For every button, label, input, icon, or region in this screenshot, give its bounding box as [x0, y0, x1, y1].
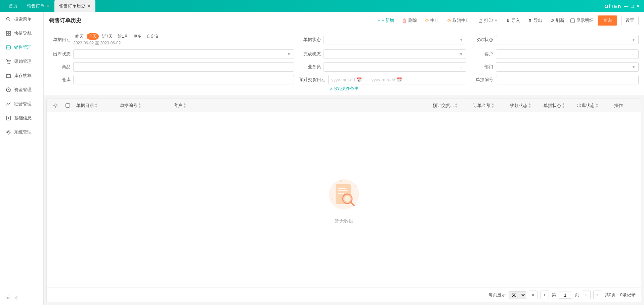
collapse-bar[interactable]: ∧ 收起更多条件: [49, 86, 639, 91]
empty-text: 暂无数据: [335, 218, 353, 224]
per-page-select[interactable]: 10 20 50 100: [509, 291, 526, 299]
info-icon: [5, 115, 11, 121]
date-1month[interactable]: 近1月: [116, 33, 130, 40]
tab-sales-order[interactable]: 销售订单 ✕: [22, 0, 54, 12]
sidebar-item-sales[interactable]: 销售管理: [0, 40, 43, 54]
show-detail-checkbox[interactable]: 显示明细: [570, 17, 594, 24]
svg-rect-5: [9, 34, 10, 35]
stop-button[interactable]: ⊘ 中止: [423, 16, 441, 25]
refresh-icon: ↺: [550, 18, 554, 23]
filter-payment: 收款状态 ▼: [472, 35, 639, 44]
th-outbound[interactable]: 出库状态 ▲▼: [574, 102, 611, 109]
sidebar-system-label: 系统管理: [14, 129, 32, 135]
sidebar-info-label: 基础信息: [14, 115, 32, 121]
complete-arrow: ▼: [459, 52, 463, 56]
cancel-stop-button[interactable]: ⊘ 取消中止: [445, 16, 472, 25]
payment-dropdown[interactable]: ▼: [496, 35, 639, 44]
export-button[interactable]: ⬆ 导出: [526, 16, 544, 25]
prev-page-icon: ‹: [544, 293, 545, 297]
th-status[interactable]: 单据状态 ▲▼: [541, 102, 574, 109]
filter-outbound: 出库状态 ▼: [49, 49, 294, 59]
th-payment[interactable]: 收款状态 ▲▼: [507, 102, 541, 109]
sidebar-finance-label: 资金管理: [14, 87, 32, 93]
th-delivery[interactable]: 预计交货... ▲▼: [430, 102, 470, 109]
customer-input[interactable]: ···: [496, 49, 639, 59]
tab-sales-history[interactable]: 销售订单历史 ✕: [54, 0, 95, 12]
sidebar-item-search[interactable]: 搜索菜单: [0, 12, 43, 26]
complete-label: 完成状态: [299, 51, 324, 57]
sidebar-operation-label: 经营管理: [14, 101, 32, 107]
brand-name: OfTEn: [604, 3, 621, 9]
th-date[interactable]: 单据日期 ▲▼: [74, 102, 117, 109]
last-page-button[interactable]: »: [593, 291, 602, 299]
date-custom[interactable]: 自定义: [145, 33, 161, 40]
tab-sales-history-close[interactable]: ✕: [87, 4, 91, 8]
refresh-label: 刷新: [556, 17, 564, 24]
print-button[interactable]: 🖨 打印 ▼: [476, 16, 500, 25]
gear-icon: [53, 103, 58, 108]
goods-input[interactable]: ···: [73, 62, 294, 72]
date-7days[interactable]: 近7天: [100, 33, 115, 40]
tab-home[interactable]: 首页: [4, 0, 22, 12]
select-all-checkbox[interactable]: [66, 103, 70, 108]
svg-rect-3: [9, 31, 10, 33]
sidebar-item-finance[interactable]: 资金管理: [0, 83, 43, 97]
table-body: 暂无数据: [47, 112, 641, 288]
import-button[interactable]: ⬇ 导入: [504, 16, 522, 25]
prev-page-button[interactable]: ‹: [540, 291, 549, 299]
top-bar-right: OfTEn — □ ✕: [604, 3, 640, 9]
date-more[interactable]: 更多: [131, 33, 143, 40]
salesman-input[interactable]: ···: [324, 62, 466, 72]
status-dropdown[interactable]: ▼: [324, 35, 466, 44]
sort-no-icon: ▲▼: [138, 102, 141, 109]
settings-bottom-icon[interactable]: [5, 295, 11, 301]
top-bar: 首页 销售订单 ✕ 销售订单历史 ✕ OfTEn — □ ✕: [0, 0, 644, 12]
th-no[interactable]: 单据编号 ▲▼: [117, 102, 171, 109]
system-icon: [5, 129, 11, 135]
sidebar-item-inventory[interactable]: 库存核算: [0, 69, 43, 83]
sidebar-item-purchase[interactable]: 采购管理: [0, 54, 43, 69]
svg-point-15: [8, 131, 9, 133]
complete-dropdown[interactable]: ▼: [324, 49, 466, 59]
filter-delivery: 预计交货日期 yyyy-mm-dd 📅 — yyyy-mm-dd 📅: [299, 75, 466, 84]
date-separator: —: [364, 77, 369, 82]
add-button[interactable]: + + 新增: [376, 16, 396, 25]
main-layout: 搜索菜单 快捷导航 销售管理 采购管理 库存核算: [0, 12, 644, 305]
page-number-input[interactable]: [559, 292, 572, 299]
maximize-btn[interactable]: □: [631, 4, 634, 9]
first-page-button[interactable]: «: [529, 291, 538, 299]
svg-point-27: [340, 180, 342, 182]
outbound-dropdown[interactable]: ▼: [73, 49, 294, 59]
date-today[interactable]: 今天: [87, 33, 99, 40]
refresh-button[interactable]: ↺ 刷新: [548, 16, 566, 25]
gear-col[interactable]: [49, 103, 61, 108]
empty-illustration: [326, 176, 362, 213]
sort-payment-icon: ▲▼: [528, 102, 531, 109]
warehouse-input[interactable]: ···: [73, 75, 294, 84]
sidebar-item-info[interactable]: 基础信息: [0, 111, 43, 125]
department-dropdown[interactable]: ▼: [496, 62, 639, 72]
docno-input[interactable]: [496, 75, 639, 84]
th-status-label: 单据状态: [544, 103, 561, 109]
show-detail-input[interactable]: [570, 18, 575, 23]
tab-sales-order-close[interactable]: ✕: [46, 4, 50, 8]
svg-rect-10: [6, 75, 10, 78]
sidebar-item-nav[interactable]: 快捷导航: [0, 26, 43, 40]
query-button[interactable]: 查询: [598, 15, 617, 26]
check-col[interactable]: [61, 103, 74, 108]
delete-button[interactable]: 🗑 删除: [400, 16, 419, 25]
th-date-label: 单据日期: [76, 103, 94, 109]
close-btn[interactable]: ✕: [636, 4, 640, 9]
th-customer[interactable]: 客户 ▲▼: [171, 102, 430, 109]
setting-button[interactable]: 设置: [621, 16, 639, 25]
th-amount[interactable]: 订单金额 ▲▼: [470, 102, 507, 109]
delivery-date-from[interactable]: yyyy-mm-dd 📅 — yyyy-mm-dd 📅: [328, 75, 466, 84]
warehouse-label: 仓库: [49, 77, 73, 83]
sidebar-item-operation[interactable]: 经营管理: [0, 97, 43, 111]
toolbar: + + 新增 🗑 删除 ⊘ 中止 ⊘ 取消中止 🖨 打印: [376, 15, 639, 26]
date-yesterday[interactable]: 昨天: [73, 33, 85, 40]
sidebar-item-system[interactable]: 系统管理: [0, 125, 43, 139]
next-page-button[interactable]: ›: [582, 291, 591, 299]
collapse-sidebar-icon[interactable]: [14, 295, 20, 301]
minimize-btn[interactable]: —: [624, 4, 628, 9]
